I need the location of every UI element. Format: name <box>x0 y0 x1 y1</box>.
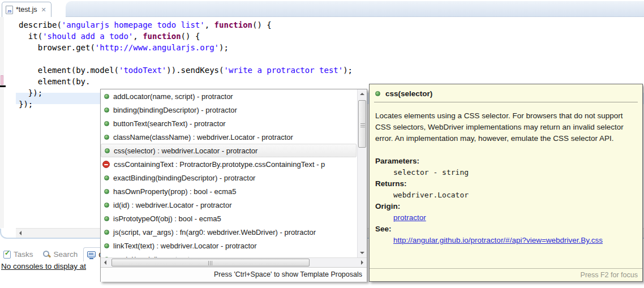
code-line: element(by.model('todoText')).sendKeys('… <box>16 65 644 76</box>
tasks-icon <box>3 251 11 259</box>
close-icon[interactable]: ✕ <box>41 6 46 14</box>
tab-search[interactable]: Search <box>39 247 84 261</box>
see-link[interactable]: http://angular.github.io/protractor/#/ap… <box>393 236 603 244</box>
method-icon <box>375 91 380 96</box>
returns-value: webdriver.Locator <box>370 190 642 201</box>
completion-item-selected[interactable]: css(selector) : webdriver.Locator - prot… <box>101 144 357 157</box>
eclipse-workbench: JS *test.js ✕ describe('angularjs homepa… <box>0 0 644 288</box>
left-arrow-icon <box>19 231 22 235</box>
caret-marker <box>0 85 6 87</box>
doc-sections: Parameters: selector - string Returns: w… <box>370 156 642 246</box>
parameters-label: Parameters: <box>370 156 642 167</box>
completion-item[interactable]: addLocator(name, script) - protractor <box>101 89 367 103</box>
returns-label: Returns: <box>370 178 642 190</box>
completion-item[interactable]: exactBinding(bindingDescriptor) - protra… <box>101 171 367 184</box>
see-label: See: <box>370 223 642 235</box>
search-icon <box>42 250 51 259</box>
method-icon <box>104 230 109 235</box>
content-assist-popup: addLocator(name, script) - protractor bi… <box>100 89 367 282</box>
scroll-left-button[interactable] <box>16 229 25 238</box>
forbidden-icon <box>102 161 110 168</box>
editor-annotation-ruler[interactable] <box>0 17 15 228</box>
occurrence-marker <box>1 75 3 85</box>
code-line <box>16 53 644 65</box>
completion-item[interactable]: js(script, var_args) : fn(arg0: webdrive… <box>101 225 367 239</box>
origin-label: Origin: <box>370 201 642 212</box>
doc-header: css(selector) <box>370 84 642 101</box>
completion-horizontal-scrollbar[interactable] <box>101 257 367 267</box>
thumb-grip <box>360 122 365 127</box>
completion-item[interactable]: hasOwnProperty(prop) : bool - ecma5 <box>101 184 367 198</box>
origin-link[interactable]: protractor <box>393 213 426 222</box>
left-arrow-icon <box>104 260 106 265</box>
vertical-scroll-thumb[interactable] <box>358 100 366 148</box>
completion-item[interactable]: id(id) : webdriver.Locator - protractor <box>101 198 367 212</box>
completion-item[interactable]: linkText(text) : webdriver.Locator - pro… <box>101 239 367 252</box>
up-arrow-icon <box>360 93 364 95</box>
down-arrow-icon <box>360 252 364 254</box>
editor-tab-testjs[interactable]: JS *test.js ✕ <box>2 2 51 17</box>
code-line: it('should add a todo', function() { <box>16 31 644 42</box>
code-line: describe('angularjs homepage todo list',… <box>16 19 644 31</box>
completion-item[interactable]: model(model) - protractor <box>101 252 367 257</box>
completion-list[interactable]: addLocator(name, script) - protractor bi… <box>101 89 367 257</box>
editor-tab-title: *test.js <box>16 6 37 14</box>
parameters-value: selector - string <box>370 167 642 178</box>
doc-footer-hint: Press F2 for focus <box>370 268 642 281</box>
completion-item[interactable]: cssContainingText : ProtractorBy.prototy… <box>101 157 367 171</box>
completion-item[interactable]: buttonText(searchText) - protractor <box>101 117 367 130</box>
method-icon <box>104 135 109 140</box>
thumb-grip <box>208 261 213 265</box>
completion-item[interactable]: className(className) : webdriver.Locator… <box>101 130 367 144</box>
search-tab-label: Search <box>54 250 78 259</box>
tab-tasks[interactable]: Tasks <box>0 247 39 261</box>
method-icon <box>104 203 109 208</box>
scroll-left-button[interactable] <box>101 258 110 267</box>
js-file-icon: JS <box>6 6 13 14</box>
method-icon <box>105 148 110 153</box>
method-icon <box>104 94 109 99</box>
javadoc-hover-popup: css(selector) Locates elements using a C… <box>369 84 643 282</box>
completion-item[interactable]: binding(bindingDescriptor) - protractor <box>101 103 367 117</box>
completion-vertical-scrollbar[interactable] <box>357 89 367 257</box>
method-icon <box>104 121 109 126</box>
scroll-down-button[interactable] <box>358 248 367 257</box>
method-icon <box>104 108 109 113</box>
code-line: browser.get('http://www.angularjs.org'); <box>16 42 644 53</box>
method-icon <box>104 243 109 248</box>
console-icon <box>87 251 96 257</box>
scroll-up-button[interactable] <box>358 89 367 98</box>
editor-tabbar: JS *test.js ✕ <box>0 0 644 17</box>
right-arrow-icon <box>361 260 363 265</box>
method-icon <box>104 175 109 180</box>
scroll-right-button[interactable] <box>358 258 367 267</box>
method-icon <box>104 189 109 194</box>
console-status-message: No consoles to display at <box>1 262 86 270</box>
horizontal-scroll-thumb[interactable] <box>111 259 310 266</box>
doc-description: Locates elements using a CSS selector. F… <box>375 110 637 144</box>
completion-status-hint: Press 'Ctrl+Space' to show Template Prop… <box>101 267 367 282</box>
method-icon <box>104 216 109 221</box>
doc-title: css(selector) <box>385 89 432 98</box>
tasks-tab-label: Tasks <box>14 250 33 259</box>
tabbar-fill <box>66 1 644 17</box>
completion-item[interactable]: isPrototypeOf(obj) : bool - ecma5 <box>101 212 367 225</box>
doc-divider <box>374 102 638 102</box>
